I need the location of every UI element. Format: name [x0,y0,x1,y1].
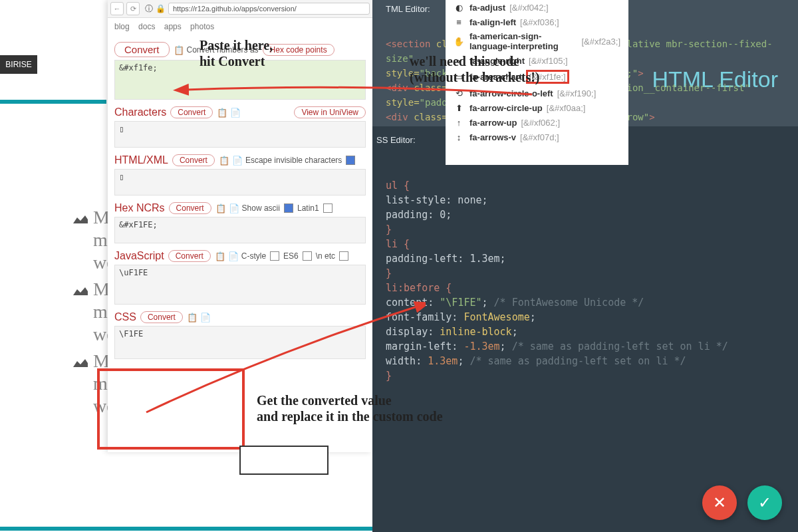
nav-docs[interactable]: docs [138,22,155,31]
fa-item-code: [&#xf042;] [509,3,549,13]
show-ascii-checkbox[interactable] [284,203,293,213]
fa-list-item[interactable]: ⟲fa-arrow-circle-o-left[&#xf190;] [446,86,628,100]
fa-list-item[interactable]: ⬆fa-arrow-circle-up[&#xf0aa;] [446,100,628,115]
area-chart-icon [73,206,88,215]
back-button[interactable]: ← [110,2,124,15]
css-title: CSS [114,311,136,323]
css-section: CSS Convert 📋 📄 \F1FE [114,311,366,359]
copy-icon[interactable]: 📋 [219,156,228,165]
url-field[interactable]: https://r12a.github.io/apps/conversion/ [168,3,370,15]
htmlxml-title: HTML/XML [114,154,168,166]
convert-button[interactable]: Convert [169,202,211,214]
nav-apps[interactable]: apps [164,22,182,31]
hex-code-points-button[interactable]: Hex code points [263,44,334,56]
fa-item-code: [&#xf190;] [557,88,597,98]
characters-section: Characters Convert 📋 📄 View in UniView ▯ [114,106,366,148]
svg-marker-1 [73,287,88,295]
reload-button[interactable]: ⟳ [126,2,140,15]
fa-glyph-icon: ↕ [454,132,464,142]
convert-button[interactable]: Convert [170,106,213,118]
fa-item-name: fa-american-sign-language-interpreting [469,31,577,51]
javascript-title: JavaScript [114,250,164,262]
html-editor-label: TML Editor: [386,4,430,14]
file-icon[interactable]: 📄 [230,108,239,117]
copy-icon[interactable]: 📋 [174,45,183,55]
convert-button[interactable]: Convert [114,42,170,57]
escape-invisible-checkbox[interactable] [346,156,355,165]
fa-list-item[interactable]: ↕fa-arrows-v[&#xf07d;] [446,130,628,144]
css-output[interactable]: \F1FE [114,326,366,359]
fa-glyph-icon: ⟲ [454,88,464,98]
cstyle-checkbox[interactable] [270,251,279,261]
fa-list-item[interactable]: ◐fa-adjust[&#xf042;] [446,0,628,15]
latin1-checkbox[interactable] [323,203,332,213]
file-icon[interactable]: 📄 [229,203,238,213]
area-chart-icon [73,278,88,287]
fa-list-item[interactable]: ✋fa-american-sign-language-interpreting[… [446,29,628,53]
lock-icon: 🔒 [156,4,166,13]
svg-marker-0 [73,215,88,223]
copy-icon[interactable]: 📋 [215,203,225,213]
javascript-section: JavaScript Convert 📋 📄 C-style ES6 \n et… [114,250,366,305]
nav-links: blog docs apps photos [108,18,372,35]
divider [0,100,106,104]
css-code-block[interactable]: ul { list-style: none; padding: 0; } li … [386,178,728,383]
file-icon[interactable]: 📄 [200,313,209,322]
mobirise-badge: BIRISE [0,55,37,74]
fa-item-code: [&#xf0aa;] [547,103,586,113]
fa-glyph-icon: ≡ [454,17,464,27]
copy-icon[interactable]: 📋 [215,251,224,261]
copy-icon[interactable]: 📋 [187,313,196,322]
fa-list-item[interactable]: ≡fa-align-left[&#xf036;] [446,15,628,29]
file-icon[interactable]: 📄 [228,251,237,261]
svg-marker-2 [73,359,88,367]
fa-item-name: fa-arrows-v [469,132,516,142]
cropped-element [239,446,329,475]
highlight-css-output [97,368,245,450]
convert-button[interactable]: Convert [172,154,215,166]
nav-photos[interactable]: photos [190,22,214,31]
characters-title: Characters [114,106,166,118]
hexncr-output[interactable]: &#xF1FE; [114,217,366,243]
fa-item-code: [&#xf036;] [520,17,559,27]
annotation-need-code: we'll need this code (without the bracke… [410,53,540,85]
fa-list-item[interactable]: ↑fa-arrow-up[&#xf062;] [446,115,628,130]
htmlxml-output[interactable]: ▯ [114,169,366,196]
hexncr-section: Hex NCRs Convert 📋 📄 Show ascii Latin1 &… [114,202,366,243]
convert-button[interactable]: Convert [140,311,183,323]
area-chart-icon [73,350,88,359]
fa-item-name: fa-adjust [469,3,505,13]
newline-checkbox[interactable] [339,251,348,261]
divider [0,527,372,531]
characters-output[interactable]: ▯ [114,121,366,148]
fa-glyph-icon: ⬆ [454,102,464,113]
file-icon[interactable]: 📄 [232,156,241,165]
annotation-paste: Paste it here, hit Convert [200,37,273,69]
fa-glyph-icon: ✋ [454,36,464,47]
fa-item-code: [&#xf07d;] [520,132,559,142]
fa-glyph-icon: ↑ [454,117,464,128]
fa-item-name: fa-arrow-up [469,118,517,128]
hexncr-title: Hex NCRs [114,202,165,214]
convert-button[interactable]: Convert [168,250,211,262]
nav-blog[interactable]: blog [114,22,130,31]
fa-item-name: fa-align-left [469,17,516,27]
annotation-converted: Get the converted value and replace it i… [257,392,443,424]
es6-checkbox[interactable] [303,251,312,261]
css-editor-label: SS Editor: [372,135,416,145]
fa-glyph-icon: ◐ [454,2,464,13]
fa-item-name: fa-arrow-circle-up [469,103,543,113]
view-uniview-button[interactable]: View in UniView [294,106,366,118]
htmlxml-section: HTML/XML Convert 📋 📄 Escape invisible ch… [114,154,366,196]
cancel-button[interactable]: ✕ [702,485,737,520]
fa-item-code: [&#xf062;] [521,118,561,128]
javascript-output[interactable]: \uF1FE [114,265,366,305]
confirm-button[interactable]: ✓ [747,485,782,520]
fa-item-name: fa-arrow-circle-o-left [469,88,553,98]
fa-item-code: [&#xf2a3;] [581,37,620,47]
address-bar: ← ⟳ ⓘ 🔒 https://r12a.github.io/apps/conv… [108,0,372,18]
copy-icon[interactable]: 📋 [217,108,226,117]
info-icon[interactable]: ⓘ [145,3,153,15]
